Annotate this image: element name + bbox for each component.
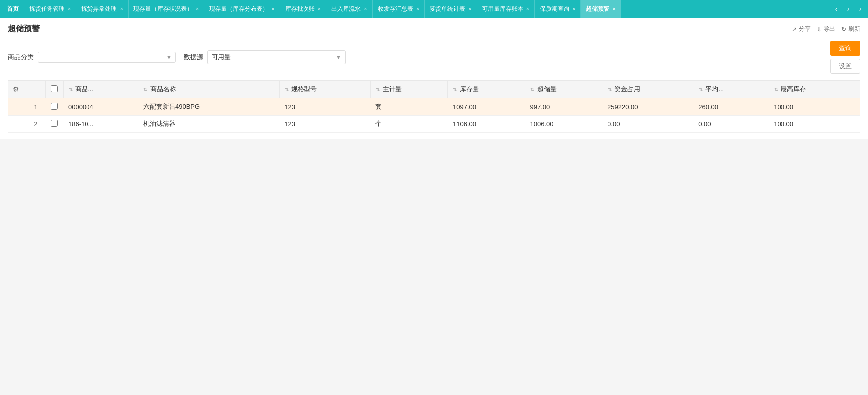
nav-tab-flow[interactable]: 出入库流水 × bbox=[326, 0, 372, 18]
export-label: 导出 bbox=[824, 25, 835, 33]
sort-icon-avg[interactable]: ⇅ bbox=[699, 87, 703, 92]
nav-tab-batch-label: 库存批次账 bbox=[285, 5, 315, 13]
td-num-1: 2 bbox=[26, 116, 45, 133]
nav-tab-inventory-dist-close[interactable]: × bbox=[271, 6, 274, 12]
th-spec: ⇅ 规格型号 bbox=[279, 81, 370, 98]
datasource-chevron-down-icon: ▼ bbox=[336, 54, 341, 60]
nav-tab-task-close[interactable]: × bbox=[68, 6, 71, 12]
td-capital-1: 0.00 bbox=[603, 116, 694, 133]
select-all-checkbox[interactable] bbox=[51, 85, 58, 92]
td-gear-1 bbox=[8, 116, 26, 133]
th-spec-label: 规格型号 bbox=[291, 85, 317, 93]
filter-bar: 商品分类 ▼ 数据源 可用量 ▼ 查询 设置 bbox=[8, 41, 860, 74]
nav-tab-batch[interactable]: 库存批次账 × bbox=[280, 0, 326, 18]
nav-prev-button[interactable]: ‹ bbox=[830, 0, 842, 18]
nav-tab-home[interactable]: 首页 bbox=[2, 0, 24, 18]
nav-tab-quality[interactable]: 保质期查询 × bbox=[535, 0, 581, 18]
nav-tab-collect-close[interactable]: × bbox=[416, 6, 419, 12]
page-content: 超储预警 ↗ 分享 ⇩ 导出 ↻ 刷新 商品分类 ▼ 数据源 bbox=[0, 18, 868, 139]
datasource-select-value: 可用量 bbox=[212, 53, 231, 62]
nav-tab-flow-label: 出入库流水 bbox=[331, 5, 361, 13]
sort-icon-stock[interactable]: ⇅ bbox=[453, 87, 457, 92]
td-stock-1: 1106.00 bbox=[448, 116, 525, 133]
nav-tab-inventory-status[interactable]: 现存量（库存状况表） × bbox=[129, 0, 204, 18]
nav-tab-exception[interactable]: 拣货异常处理 × bbox=[76, 0, 128, 18]
sort-icon-product-code[interactable]: ⇅ bbox=[69, 87, 73, 92]
datasource-label: 数据源 bbox=[184, 53, 203, 62]
row-checkbox-0[interactable] bbox=[51, 103, 58, 110]
query-button[interactable]: 查询 bbox=[830, 41, 860, 56]
nav-tab-overstock[interactable]: 超储预警 × bbox=[581, 0, 621, 18]
td-checkbox-0 bbox=[45, 98, 63, 116]
nav-tab-task[interactable]: 拣货任务管理 × bbox=[24, 0, 76, 18]
settings-gear-icon[interactable]: ⚙ bbox=[13, 85, 19, 93]
td-checkbox-1 bbox=[45, 116, 63, 133]
th-capital: ⇅ 资金占用 bbox=[603, 81, 694, 98]
nav-tab-order-stats[interactable]: 要货单统计表 × bbox=[425, 0, 477, 18]
table-row: 1 0000004 六配套新昌490BPG 123 套 1097.00 997.… bbox=[8, 98, 860, 116]
th-product-name-label: 商品名称 bbox=[150, 85, 176, 93]
table-header-row: ⚙ ⇅ 商品... ⇅ 商品名称 ⇅ 规格型号 bbox=[8, 81, 860, 98]
td-overstock-0: 997.00 bbox=[525, 98, 603, 116]
category-filter-group: 商品分类 ▼ bbox=[8, 52, 176, 63]
td-max-stock-1: 100.00 bbox=[769, 116, 860, 133]
nav-tab-overstock-label: 超储预警 bbox=[586, 5, 609, 13]
th-overstock: ⇅ 超储量 bbox=[525, 81, 603, 98]
nav-tab-available-close[interactable]: × bbox=[526, 6, 529, 12]
nav-tab-batch-close[interactable]: × bbox=[318, 6, 321, 12]
nav-tab-quality-close[interactable]: × bbox=[572, 6, 575, 12]
nav-tab-exception-label: 拣货异常处理 bbox=[81, 5, 117, 13]
td-product-code-0: 0000004 bbox=[63, 98, 138, 116]
sort-icon-max-stock[interactable]: ⇅ bbox=[774, 87, 778, 92]
nav-tab-order-stats-label: 要货单统计表 bbox=[430, 5, 465, 13]
td-spec-0: 123 bbox=[279, 98, 370, 116]
nav-last-button[interactable]: › bbox=[854, 0, 866, 18]
td-unit-0: 套 bbox=[370, 98, 448, 116]
refresh-button[interactable]: ↻ 刷新 bbox=[841, 25, 860, 33]
data-table: ⚙ ⇅ 商品... ⇅ 商品名称 ⇅ 规格型号 bbox=[8, 80, 860, 133]
nav-tab-inventory-dist-label: 现存量（库存分布表） bbox=[209, 5, 268, 13]
nav-tab-overstock-close[interactable]: × bbox=[612, 6, 615, 12]
th-overstock-label: 超储量 bbox=[537, 85, 557, 93]
nav-tab-inventory-status-close[interactable]: × bbox=[196, 6, 199, 12]
header-actions: ↗ 分享 ⇩ 导出 ↻ 刷新 bbox=[792, 25, 860, 33]
datasource-filter-group: 数据源 可用量 ▼ bbox=[184, 50, 346, 64]
nav-tab-home-label: 首页 bbox=[7, 5, 19, 13]
datasource-select[interactable]: 可用量 ▼ bbox=[207, 50, 346, 64]
sort-icon-product-name[interactable]: ⇅ bbox=[143, 87, 147, 92]
top-nav: 首页 拣货任务管理 × 拣货异常处理 × 现存量（库存状况表） × 现存量（库存… bbox=[0, 0, 868, 18]
table-row: 2 186-10... 机油滤清器 123 个 1106.00 1006.00 … bbox=[8, 116, 860, 133]
nav-tab-inventory-dist[interactable]: 现存量（库存分布表） × bbox=[204, 0, 280, 18]
filter-actions: 查询 设置 bbox=[830, 41, 860, 74]
nav-next-button[interactable]: › bbox=[842, 0, 854, 18]
nav-tab-exception-close[interactable]: × bbox=[120, 6, 123, 12]
nav-tab-available[interactable]: 可用量库存账本 × bbox=[477, 0, 535, 18]
share-label: 分享 bbox=[799, 25, 811, 33]
export-button[interactable]: ⇩ 导出 bbox=[817, 25, 835, 33]
sort-icon-capital[interactable]: ⇅ bbox=[608, 87, 612, 92]
category-select[interactable]: ▼ bbox=[38, 52, 176, 63]
nav-arrows: ‹ › › bbox=[830, 0, 866, 18]
th-product-code-label: 商品... bbox=[75, 85, 93, 93]
th-unit: ⇅ 主计量 bbox=[370, 81, 448, 98]
td-product-code-1: 186-10... bbox=[63, 116, 138, 133]
nav-tab-order-stats-close[interactable]: × bbox=[468, 6, 471, 12]
nav-tab-collect-label: 收发存汇总表 bbox=[378, 5, 413, 13]
th-gear: ⚙ bbox=[8, 81, 26, 98]
nav-tab-flow-close[interactable]: × bbox=[364, 6, 367, 12]
th-product-code: ⇅ 商品... bbox=[63, 81, 138, 98]
th-stock: ⇅ 库存量 bbox=[448, 81, 525, 98]
th-product-name: ⇅ 商品名称 bbox=[138, 81, 279, 98]
row-checkbox-1[interactable] bbox=[51, 120, 58, 127]
sort-icon-spec[interactable]: ⇅ bbox=[285, 87, 289, 92]
td-product-name-1: 机油滤清器 bbox=[138, 116, 279, 133]
th-max-stock: ⇅ 最高库存 bbox=[769, 81, 860, 98]
sort-icon-unit[interactable]: ⇅ bbox=[376, 87, 380, 92]
settings-button[interactable]: 设置 bbox=[830, 59, 860, 74]
share-button[interactable]: ↗ 分享 bbox=[792, 25, 811, 33]
category-label: 商品分类 bbox=[8, 53, 34, 62]
td-max-stock-0: 100.00 bbox=[769, 98, 860, 116]
sort-icon-overstock[interactable]: ⇅ bbox=[530, 87, 534, 92]
td-product-name-0: 六配套新昌490BPG bbox=[138, 98, 279, 116]
nav-tab-collect[interactable]: 收发存汇总表 × bbox=[373, 0, 425, 18]
